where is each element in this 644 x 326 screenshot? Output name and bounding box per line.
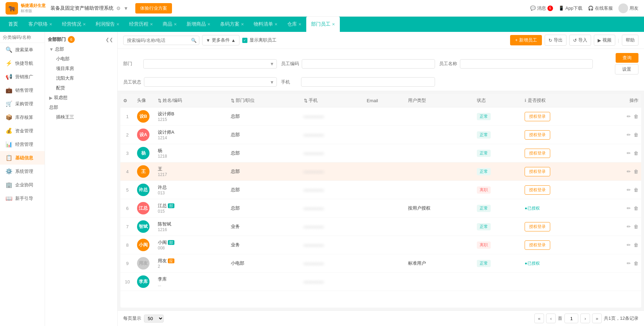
edit-icon[interactable]: ✏	[627, 169, 631, 174]
dept-node-project[interactable]: 项目库房	[45, 64, 117, 73]
sidebar-item-search[interactable]: 🔍 搜索菜单	[0, 43, 45, 56]
auth-login-btn[interactable]: 授权登录	[525, 167, 550, 176]
next-page-btn[interactable]: ›	[580, 314, 590, 323]
tab-dept-staff[interactable]: 部门员工 ✕	[306, 17, 340, 32]
message-btn[interactable]: 💬 消息 6	[530, 5, 553, 11]
phone-filter-input[interactable]	[301, 77, 435, 87]
tab-profit[interactable]: 利润报告 ✕	[91, 17, 124, 32]
view-btn[interactable]: ▶ 视频	[594, 35, 615, 46]
dept-node-zongbu[interactable]: 总部	[45, 103, 117, 112]
auth-cell[interactable]: 授权登录	[522, 218, 599, 236]
close-icon[interactable]: ✕	[207, 22, 210, 27]
th-settings[interactable]: ⚙	[120, 94, 134, 107]
tab-customer[interactable]: 客户联络 ✕	[24, 17, 57, 32]
help-btn[interactable]: 帮助	[622, 35, 638, 46]
tab-history[interactable]: 经营历程 ✕	[124, 17, 158, 32]
sidebar-item-sales[interactable]: 💼 销售管理	[0, 83, 45, 97]
delete-icon[interactable]: 🗑	[634, 169, 638, 174]
sidebar-item-finance[interactable]: 💰 资金管理	[0, 124, 45, 138]
prev-page-btn[interactable]: ‹	[546, 314, 556, 323]
delete-icon[interactable]: 🗑	[634, 242, 638, 248]
per-page-select[interactable]: 50 100	[144, 315, 164, 323]
auth-login-btn[interactable]: 授权登录	[525, 112, 550, 121]
tab-operation[interactable]: 经营情况 ✕	[57, 17, 91, 32]
close-icon[interactable]: ✕	[274, 22, 278, 27]
auth-cell[interactable]: 授权登录	[522, 144, 599, 162]
code-filter-input[interactable]	[302, 59, 435, 69]
th-phone[interactable]: ⇅ 手机	[301, 94, 364, 107]
th-dept[interactable]: ⇅ 部门/职位	[228, 94, 301, 107]
status-select[interactable]	[144, 77, 277, 87]
dept-select[interactable]	[143, 59, 277, 69]
edit-icon[interactable]: ✏	[627, 150, 631, 156]
last-page-btn[interactable]: »	[592, 314, 602, 323]
name-filter-input[interactable]	[460, 59, 593, 69]
set-btn[interactable]: 设置	[615, 64, 638, 74]
sidebar-item-basic[interactable]: 📋 基础信息	[0, 151, 45, 165]
edit-icon[interactable]: ✏	[627, 261, 631, 266]
sidebar-item-marketing[interactable]: 📢 营销推广	[0, 70, 45, 83]
collapse-dept-btn[interactable]: ❮❮	[106, 37, 113, 42]
sidebar-item-system[interactable]: ⚙️ 系统管理	[0, 165, 45, 178]
close-icon[interactable]: ✕	[241, 22, 244, 27]
delete-icon[interactable]: 🗑	[634, 114, 638, 119]
trial-button[interactable]: 体验行业方案	[135, 3, 172, 14]
close-icon[interactable]: ✕	[116, 22, 119, 27]
close-icon[interactable]: ✕	[298, 22, 301, 27]
dept-node-shuangluo[interactable]: ▶ 双虑想	[45, 93, 117, 103]
first-page-btn[interactable]: «	[534, 314, 544, 323]
auth-cell[interactable]: 授权登录	[522, 107, 599, 126]
more-filters-btn[interactable]: ▼ 更多条件 ▲	[202, 35, 239, 45]
delete-icon[interactable]: 🗑	[634, 224, 638, 229]
tab-goods[interactable]: 商品 ✕	[158, 17, 182, 32]
sidebar-item-shortcut[interactable]: ⚡ 快捷导航	[0, 56, 45, 70]
edit-icon[interactable]: ✏	[627, 187, 631, 193]
home-tab[interactable]: 首页	[3, 21, 24, 27]
app-download-btn[interactable]: 📱 App下载	[559, 5, 582, 11]
edit-icon[interactable]: ✏	[627, 224, 631, 229]
th-name[interactable]: ⇅ 姓名/编码	[155, 94, 228, 107]
auth-cell[interactable]: 授权登录	[522, 236, 599, 254]
tab-warehouse[interactable]: 仓库 ✕	[282, 17, 306, 32]
all-dept-label[interactable]: 全部部门	[48, 36, 66, 43]
edit-icon[interactable]: ✏	[627, 205, 631, 211]
auth-login-btn[interactable]: 授权登录	[525, 130, 550, 140]
online-service-btn[interactable]: 🎧 在线客服	[588, 5, 613, 11]
auth-cell[interactable]: ●已授权	[522, 254, 599, 273]
auth-cell[interactable]: ●已授权	[522, 199, 599, 218]
tab-bom[interactable]: 物料清单 ✕	[249, 17, 282, 32]
dept-node-distribution[interactable]: 配货	[45, 83, 117, 93]
page-number-input[interactable]	[564, 314, 578, 323]
sidebar-item-operation[interactable]: 📊 经营管理	[0, 138, 45, 151]
auth-login-btn[interactable]: 授权登录	[525, 240, 550, 250]
export-btn[interactable]: ↻ 导出	[545, 35, 566, 46]
dept-node-small-elec[interactable]: 小电部	[45, 54, 117, 64]
search-button[interactable]: 🔍	[191, 38, 197, 43]
edit-icon[interactable]: ✏	[627, 242, 631, 248]
auth-cell[interactable]: 授权登录	[522, 181, 599, 199]
sidebar-item-enterprise[interactable]: 🏢 企业协同	[0, 178, 45, 192]
sidebar-search[interactable]: 🔍	[0, 32, 45, 43]
close-icon[interactable]: ✕	[83, 22, 86, 27]
close-icon[interactable]: ✕	[332, 22, 335, 27]
delete-icon[interactable]: 🗑	[634, 261, 638, 266]
sidebar-search-input[interactable]	[3, 35, 45, 40]
delete-icon[interactable]: 🗑	[634, 150, 638, 156]
delete-icon[interactable]: 🗑	[634, 132, 638, 138]
tab-barcode[interactable]: 条码方案 ✕	[215, 17, 249, 32]
auth-cell[interactable]: 授权登录	[522, 162, 599, 181]
dept-node-headquarter[interactable]: ▼ 总部	[45, 44, 117, 54]
query-btn[interactable]: 查询	[616, 53, 638, 63]
search-input[interactable]	[123, 36, 199, 45]
add-employee-btn[interactable]: + 新增员工	[510, 35, 542, 45]
settings-icon[interactable]: ⚙	[116, 6, 121, 11]
close-icon[interactable]: ✕	[150, 22, 153, 27]
auth-cell[interactable]: 授权登录	[522, 126, 599, 144]
user-area[interactable]: 用友	[618, 3, 638, 13]
edit-icon[interactable]: ✏	[627, 132, 631, 138]
delete-icon[interactable]: 🗑	[634, 205, 638, 211]
auth-login-btn[interactable]: 授权登录	[525, 222, 550, 231]
tab-add-goods[interactable]: 新增商品 ✕	[182, 17, 215, 32]
show-resigned-checkbox[interactable]: ✓	[242, 38, 247, 43]
sidebar-item-purchase[interactable]: 🛒 采购管理	[0, 97, 45, 111]
